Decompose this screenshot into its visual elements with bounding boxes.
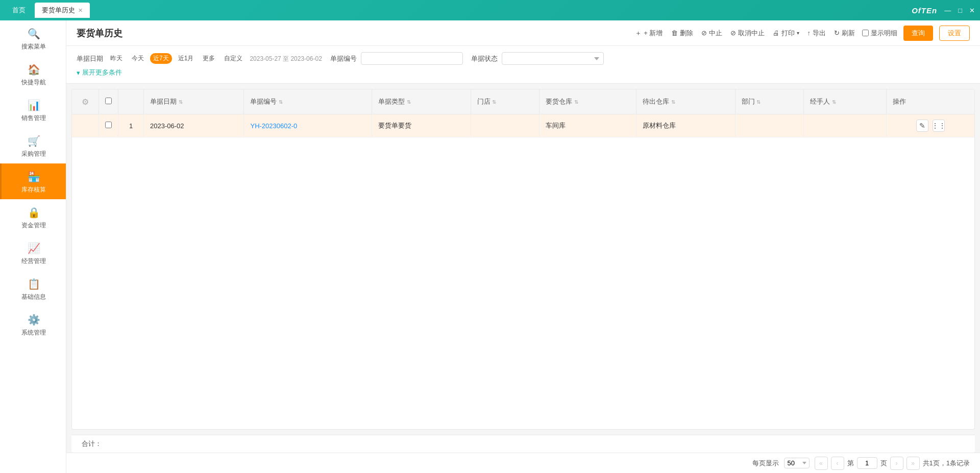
- add-label: + 新增: [644, 29, 663, 38]
- sidebar-item-purchase-mgmt[interactable]: 🛒 采购管理: [0, 128, 66, 163]
- date-btn-more[interactable]: 更多: [200, 53, 218, 64]
- page-size-select[interactable]: 20 50 100 200: [784, 458, 810, 468]
- print-dropdown-icon[interactable]: ▾: [797, 30, 799, 36]
- sidebar-item-sys-mgmt[interactable]: ⚙️ 系统管理: [0, 306, 66, 342]
- sidebar-item-ops-mgmt-label: 经营管理: [21, 257, 46, 266]
- window-maximize-icon[interactable]: □: [958, 7, 962, 14]
- suspend-button[interactable]: ⊘ 中止: [700, 27, 723, 40]
- first-page-button[interactable]: «: [815, 457, 828, 470]
- prev-page-button[interactable]: ‹: [831, 457, 844, 470]
- doc-number-label: 单据编号: [330, 54, 357, 63]
- tab-home[interactable]: 首页: [5, 3, 33, 18]
- sort-doc-number-icon[interactable]: ⇅: [279, 99, 283, 105]
- th-doc-number[interactable]: 单据编号 ⇅: [244, 89, 372, 114]
- table-body: 1 2023-06-02 YH-20230602-0 要货单要货 车间库 原材料…: [72, 114, 974, 137]
- display-detail-button[interactable]: 显示明细: [862, 29, 897, 38]
- row-doc-date: 2023-06-02: [144, 114, 244, 137]
- row-dest-warehouse: 原材料仓库: [636, 114, 735, 137]
- th-req-warehouse[interactable]: 要货仓库 ⇅: [539, 89, 636, 114]
- page-size-label: 每页显示: [752, 459, 779, 468]
- date-shortcuts: 昨天 今天 近7天 近1月 更多 自定义: [107, 53, 246, 64]
- main-layout: 🔍 搜索菜单 🏠 快捷导航 📊 销售管理 🛒 采购管理 🏪 库存核算 🔒 资金管…: [0, 20, 980, 473]
- date-btn-today[interactable]: 今天: [129, 53, 147, 64]
- expand-more-icon: ▾: [77, 69, 80, 77]
- row-edit-button[interactable]: ✎: [916, 120, 928, 132]
- page-title: 要货单历史: [77, 27, 122, 39]
- sidebar: 🔍 搜索菜单 🏠 快捷导航 📊 销售管理 🛒 采购管理 🏪 库存核算 🔒 资金管…: [0, 20, 66, 473]
- th-index: [118, 89, 144, 114]
- sort-doc-date-icon[interactable]: ⇅: [179, 99, 183, 105]
- add-icon: ＋: [635, 29, 642, 38]
- th-department[interactable]: 部门 ⇅: [735, 89, 803, 114]
- inventory-calc-icon: 🏪: [28, 171, 40, 183]
- print-button[interactable]: 🖨 打印 ▾: [772, 27, 800, 40]
- select-all-checkbox[interactable]: [105, 98, 112, 104]
- sidebar-item-inventory-calc[interactable]: 🏪 库存核算: [0, 163, 66, 199]
- sidebar-item-finance-mgmt[interactable]: 🔒 资金管理: [0, 199, 66, 235]
- th-actions: 操作: [887, 89, 974, 114]
- date-btn-yesterday[interactable]: 昨天: [107, 53, 126, 64]
- sidebar-item-ops-mgmt[interactable]: 📈 经营管理: [0, 235, 66, 271]
- expand-more-btn[interactable]: ▾ 展开更多条件: [77, 68, 970, 77]
- close-tab-icon[interactable]: ✕: [78, 7, 83, 14]
- row-checkbox-cell: [99, 114, 118, 137]
- sidebar-item-basic-info[interactable]: 📋 基础信息: [0, 271, 66, 306]
- suspend-label: 中止: [709, 29, 722, 38]
- th-handler[interactable]: 经手人 ⇅: [804, 89, 887, 114]
- display-detail-checkbox[interactable]: [862, 30, 869, 36]
- sidebar-item-quick-nav[interactable]: 🏠 快捷导航: [0, 56, 66, 92]
- th-store[interactable]: 门店 ⇅: [471, 89, 539, 114]
- row-doc-number: YH-20230602-0: [244, 114, 372, 137]
- tab-requisition-history[interactable]: 要货单历史 ✕: [35, 3, 90, 18]
- th-doc-date[interactable]: 单据日期 ⇅: [144, 89, 244, 114]
- table-header-row: ⚙ 单据日期 ⇅ 单据编号 ⇅: [72, 89, 974, 114]
- page-number-input[interactable]: [857, 457, 877, 469]
- sidebar-item-search-menu[interactable]: 🔍 搜索菜单: [0, 20, 66, 56]
- sort-store-icon[interactable]: ⇅: [492, 99, 496, 105]
- delete-button[interactable]: 🗑 删除: [670, 27, 694, 40]
- toolbar: ＋ + 新增 🗑 删除 ⊘ 中止 ⊘ 取消中止 🖨 打印: [634, 26, 970, 41]
- th-doc-type[interactable]: 单据类型 ⇅: [372, 89, 471, 114]
- sidebar-item-sales-mgmt[interactable]: 📊 销售管理: [0, 92, 66, 128]
- window-close-icon[interactable]: ✕: [969, 7, 975, 14]
- doc-number-filter-group: 单据编号: [330, 52, 463, 65]
- search-menu-icon: 🔍: [28, 28, 40, 40]
- doc-number-link[interactable]: YH-20230602-0: [250, 122, 297, 130]
- page-suffix: 页: [880, 459, 887, 468]
- sort-department-icon[interactable]: ⇅: [756, 99, 761, 105]
- requisition-tab-label: 要货单历史: [42, 6, 75, 15]
- table-settings-gear-button[interactable]: ⚙: [78, 94, 92, 109]
- sort-dest-warehouse-icon[interactable]: ⇅: [671, 99, 675, 105]
- row-checkbox[interactable]: [105, 122, 112, 128]
- row-doc-type: 要货单要货: [372, 114, 471, 137]
- query-button[interactable]: 查询: [903, 26, 933, 41]
- last-page-button[interactable]: »: [906, 457, 920, 470]
- refresh-icon: ↻: [834, 29, 840, 37]
- date-btn-custom[interactable]: 自定义: [221, 53, 246, 64]
- sort-handler-icon[interactable]: ⇅: [832, 99, 836, 105]
- page-label: 第: [847, 459, 854, 468]
- doc-status-filter-group: 单据状态: [471, 52, 604, 65]
- date-btn-7days[interactable]: 近7天: [150, 53, 172, 64]
- data-table: ⚙ 单据日期 ⇅ 单据编号 ⇅: [72, 89, 974, 137]
- row-delete-button[interactable]: ⋮⋮: [933, 120, 945, 132]
- sort-req-warehouse-icon[interactable]: ⇅: [574, 99, 578, 105]
- refresh-button[interactable]: ↻ 刷新: [833, 27, 856, 40]
- sales-mgmt-icon: 📊: [28, 99, 40, 111]
- row-actions-cell: ✎ ⋮⋮: [887, 114, 974, 137]
- cancel-suspend-button[interactable]: ⊘ 取消中止: [729, 27, 766, 40]
- date-btn-1month[interactable]: 近1月: [175, 53, 197, 64]
- finance-mgmt-icon: 🔒: [28, 206, 40, 219]
- sort-doc-type-icon[interactable]: ⇅: [407, 99, 411, 105]
- window-minimize-icon[interactable]: —: [944, 7, 951, 14]
- doc-status-select[interactable]: [502, 52, 604, 65]
- th-dest-warehouse[interactable]: 待出仓库 ⇅: [636, 89, 735, 114]
- doc-number-input[interactable]: [361, 52, 463, 65]
- doc-status-label: 单据状态: [471, 54, 498, 63]
- export-button[interactable]: ↑ 导出: [806, 27, 827, 40]
- settings-button[interactable]: 设置: [939, 26, 970, 41]
- next-page-button[interactable]: ›: [890, 457, 903, 470]
- table-row: 1 2023-06-02 YH-20230602-0 要货单要货 车间库 原材料…: [72, 114, 974, 137]
- add-button[interactable]: ＋ + 新增: [634, 27, 664, 40]
- suspend-icon: ⊘: [701, 29, 707, 37]
